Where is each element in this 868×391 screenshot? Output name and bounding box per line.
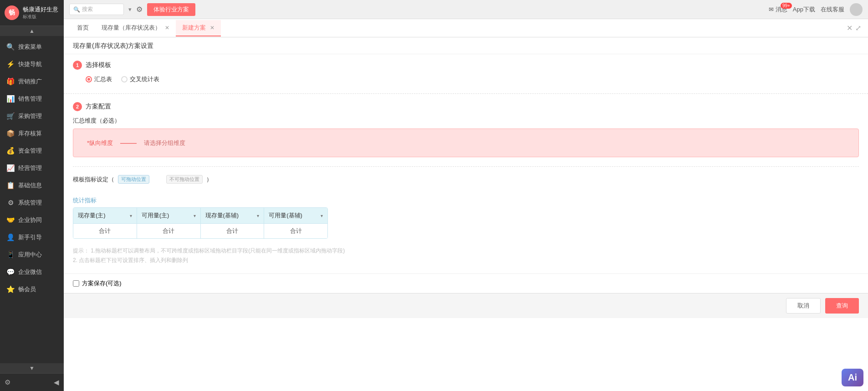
tab-inventory[interactable]: 现存量（库存状况表） ✕ [95, 20, 176, 36]
sidebar-scroll-up[interactable]: ▲ [0, 26, 64, 36]
content-area: 现存量(库存状况表)方案设置 1 选择模板 汇总表 交叉统计表 [64, 37, 868, 391]
sidebar-item-quick-nav[interactable]: ⚡ 快捷导航 [0, 56, 64, 73]
gift-icon: 🎁 [6, 77, 15, 86]
sidebar-item-enterprise[interactable]: 🤝 企业协同 [0, 211, 64, 229]
collapse-icon[interactable]: ◀ [54, 378, 59, 386]
tip-item-0: 提示： 1.拖动标题栏可以调整布局，不可跨维度或指标区域拖动栏目字段(只能在同一… [73, 247, 859, 255]
sidebar-item-label: 经营管理 [18, 164, 42, 172]
sidebar-item-operations[interactable]: 📈 经营管理 [0, 159, 64, 177]
tip-item-1: 2. 点击标题栏下拉可设置排序、插入列和删除列 [73, 257, 859, 264]
sidebar-item-label: 采购管理 [18, 112, 42, 120]
bottom-bar: 取消 查询 [64, 293, 868, 318]
trend-icon: 📈 [6, 164, 15, 172]
sidebar-item-system[interactable]: ⚙ 系统管理 [0, 194, 64, 211]
sidebar-item-label: 畅会员 [18, 285, 36, 293]
col-dropdown-1[interactable]: ▾ [194, 213, 196, 218]
sidebar-scroll-down[interactable]: ▼ [0, 363, 64, 373]
sidebar-item-label: 快捷导航 [18, 60, 42, 68]
wechat-icon: 💬 [6, 268, 15, 276]
sidebar-item-label: 应用中心 [18, 251, 42, 259]
industry-btn[interactable]: 体验行业方案 [147, 3, 195, 16]
user-icon: 👤 [6, 233, 15, 242]
sidebar-item-finance[interactable]: 💰 资金管理 [0, 142, 64, 159]
logo-icon: 畅 [5, 5, 19, 20]
sidebar-item-member[interactable]: ⭐ 畅会员 [0, 281, 64, 298]
sidebar-item-basics[interactable]: 📋 基础信息 [0, 177, 64, 194]
sidebar-item-inventory-check[interactable]: 📦 库存核算 [0, 125, 64, 142]
stats-col-3[interactable]: 可用量(基辅) ▾ [264, 208, 327, 223]
app-name: 畅康通好生意 [23, 6, 58, 14]
page-title: 现存量(库存状况表)方案设置 [64, 37, 868, 54]
expand-icon[interactable]: ⤢ [855, 24, 861, 32]
handshake-icon: 🤝 [6, 216, 15, 224]
dimension-placeholder[interactable]: 请选择分组维度 [144, 139, 185, 147]
dropdown-icon[interactable]: ▾ [128, 6, 132, 13]
tab-inventory-close[interactable]: ✕ [165, 25, 169, 31]
quick-nav-icon: ⚡ [6, 60, 15, 68]
dimension-required-section: 汇总维度（必选） *纵向维度 —— 请选择分组维度 [73, 117, 859, 163]
close-icon[interactable]: ✕ [847, 24, 853, 32]
topbar-left: 🔍 搜索 ▾ ⚙ 体验行业方案 [69, 3, 195, 16]
col-dropdown-2[interactable]: ▾ [257, 213, 259, 218]
sidebar-item-label: 销售管理 [18, 95, 42, 103]
step2-section: 2 方案配置 汇总维度（必选） *纵向维度 —— 请选择分组维度 模板指标设定（ [64, 98, 868, 196]
box-icon: 📦 [6, 129, 15, 138]
tab-new-plan[interactable]: 新建方案 ✕ [176, 20, 221, 36]
radio-cross[interactable]: 交叉统计表 [121, 75, 159, 83]
sidebar-item-app-center[interactable]: 📱 应用中心 [0, 246, 64, 263]
sidebar-item-label: 系统管理 [18, 199, 42, 207]
search-icon: 🔍 [6, 43, 15, 51]
sidebar-nav: 🔍 搜索菜单 ⚡ 快捷导航 🎁 营销推广 📊 销售管理 🛒 采购管理 📦 库存核… [0, 36, 64, 363]
stats-cell-0-2: 合计 [201, 224, 265, 238]
radio-summary-label: 汇总表 [94, 75, 112, 83]
topbar-settings-icon[interactable]: ⚙ [136, 5, 143, 14]
radio-summary[interactable]: 汇总表 [86, 75, 112, 83]
topbar-right: ✉ 消息 99+ App下载 在线客服 [769, 3, 863, 16]
tab-new-plan-close[interactable]: ✕ [210, 25, 214, 31]
tab-home[interactable]: 首页 [71, 20, 95, 36]
ai-badge[interactable]: Ai [842, 369, 863, 386]
step2-header: 2 方案配置 [73, 102, 859, 111]
sidebar-item-sales[interactable]: 📊 销售管理 [0, 90, 64, 108]
tips-section: 提示： 1.拖动标题栏可以调整布局，不可跨维度或指标区域拖动栏目字段(只能在同一… [64, 243, 868, 273]
message-icon: ✉ [769, 6, 774, 13]
settings-footer-icon[interactable]: ⚙ [5, 378, 10, 386]
save-plan-checkbox[interactable] [73, 280, 79, 287]
indicator-separator [155, 175, 161, 184]
sidebar-footer: ⚙ ◀ [0, 373, 64, 391]
cart-icon: 🛒 [6, 112, 15, 120]
topbar-search-box[interactable]: 🔍 搜索 [69, 4, 124, 15]
col-dropdown-3[interactable]: ▾ [321, 213, 323, 218]
dimension-box[interactable]: *纵向维度 —— 请选择分组维度 [73, 129, 859, 157]
cancel-button[interactable]: 取消 [786, 298, 821, 314]
mobile-icon: 📱 [6, 251, 15, 259]
stats-col-2[interactable]: 现存量(基辅) ▾ [201, 208, 265, 223]
divider1 [64, 93, 868, 94]
sidebar-item-newbie[interactable]: 👤 新手引导 [0, 229, 64, 246]
stats-col-1[interactable]: 可用量(主) ▾ [137, 208, 201, 223]
gear-icon: ⚙ [6, 199, 15, 207]
template-options: 汇总表 交叉统计表 [73, 75, 859, 83]
money-icon: 💰 [6, 147, 15, 155]
col-label-2: 现存量(基辅) [205, 211, 239, 220]
stats-col-0[interactable]: 现存量(主) ▾ [73, 208, 137, 223]
topbar-search-text: 搜索 [82, 5, 93, 13]
step1-title: 选择模板 [86, 61, 111, 69]
user-avatar[interactable] [850, 3, 863, 16]
online-service-link[interactable]: 在线客服 [821, 5, 844, 14]
star-icon: ⭐ [6, 285, 15, 293]
messages-wrap[interactable]: ✉ 消息 99+ [769, 5, 787, 14]
divider2 [73, 166, 859, 167]
sidebar-item-label: 企业微信 [18, 268, 42, 276]
sidebar-item-label: 搜索菜单 [18, 43, 42, 51]
stats-cell-0-1: 合计 [137, 224, 201, 238]
sidebar-item-wechat[interactable]: 💬 企业微信 [0, 263, 64, 281]
query-button[interactable]: 查询 [825, 298, 859, 314]
sidebar-item-search[interactable]: 🔍 搜索菜单 [0, 38, 64, 56]
app-download-link[interactable]: App下载 [793, 5, 815, 14]
col-dropdown-0[interactable]: ▾ [130, 213, 132, 218]
chart-icon: 📊 [6, 95, 15, 103]
sidebar-item-marketing[interactable]: 🎁 营销推广 [0, 73, 64, 90]
sidebar-item-purchase[interactable]: 🛒 采购管理 [0, 108, 64, 125]
topbar: 🔍 搜索 ▾ ⚙ 体验行业方案 ✉ 消息 99+ App下载 在线客服 [64, 0, 868, 19]
